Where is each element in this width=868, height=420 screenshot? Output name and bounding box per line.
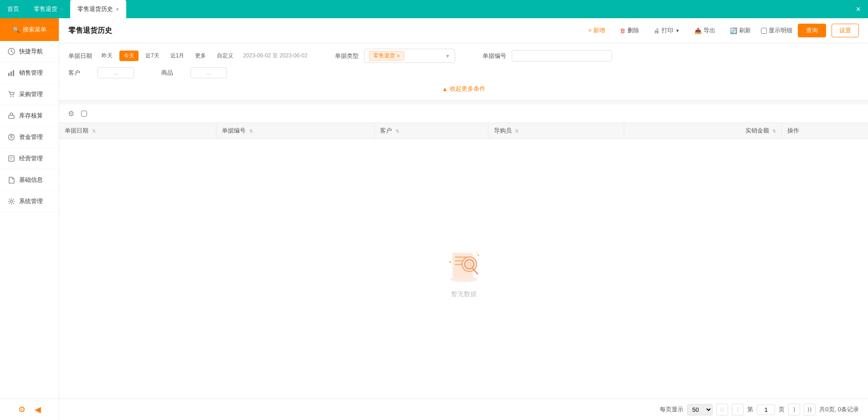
query-button[interactable]: 查询 xyxy=(798,24,826,37)
collapse-btn[interactable]: ▲ 收起更多条件 xyxy=(437,83,491,95)
table-toolbar: ⚙ xyxy=(59,104,868,123)
inventory-icon xyxy=(7,112,15,120)
refresh-button[interactable]: 🔄 刷新 xyxy=(725,24,755,37)
header-actions: + 新增 🗑 删除 🖨 打印 ▼ 📤 导出 🔄 刷新 xyxy=(584,24,859,37)
print-dropdown-icon: ▼ xyxy=(675,28,680,33)
print-icon: 🖨 xyxy=(654,27,660,34)
bill-date-label: 单据日期 xyxy=(68,52,94,60)
bill-type-dropdown-icon: ▼ xyxy=(445,53,450,59)
date-options: 昨天 今天 近7天 近1月 更多 自定义 xyxy=(98,51,237,61)
sidebar-item-basic-info[interactable]: 基础信息 xyxy=(0,169,59,191)
tab-retail-return[interactable]: 零售退货 × xyxy=(26,0,70,18)
col-bill-no: 单据编号 ⇅ xyxy=(216,123,375,139)
sidebar-item-purchase-mgmt[interactable]: 采购管理 xyxy=(0,84,59,105)
sidebar: 🔍 搜索菜单 快捷导航 销售管理 采购管理 库存核算 xyxy=(0,18,59,420)
sort-actual-amount-icon[interactable]: ⇅ xyxy=(772,128,776,133)
tab-retail-return-history[interactable]: 零售退货历史 × xyxy=(70,0,126,18)
sort-guide-icon[interactable]: ⇅ xyxy=(515,128,519,133)
svg-point-21 xyxy=(476,252,477,254)
tab-retail-return-close[interactable]: × xyxy=(60,6,63,12)
finance-mgmt-icon xyxy=(7,133,15,141)
page-title: 零售退货历史 xyxy=(68,26,112,36)
sidebar-item-inventory-label: 库存核算 xyxy=(19,112,43,120)
main-layout: 🔍 搜索菜单 快捷导航 销售管理 采购管理 库存核算 xyxy=(0,18,868,420)
date-btn-7days[interactable]: 近7天 xyxy=(141,51,164,61)
sidebar-item-sys-mgmt[interactable]: 系统管理 xyxy=(0,191,59,212)
sort-customer-icon[interactable]: ⇅ xyxy=(395,128,399,133)
collapse-arrow-icon: ▲ xyxy=(442,86,448,92)
export-button[interactable]: 📤 导出 xyxy=(690,24,720,37)
filter-bill-no: 单据编号 xyxy=(483,50,612,61)
sales-mgmt-icon xyxy=(7,69,15,77)
table-settings-icon[interactable]: ⚙ xyxy=(65,107,77,120)
goods-select-btn[interactable]: … xyxy=(190,67,227,78)
sidebar-item-ops-mgmt-label: 经营管理 xyxy=(19,154,43,163)
col-bill-date: 单据日期 ⇅ xyxy=(59,123,216,139)
sidebar-collapse-icon[interactable]: ◀ xyxy=(35,405,41,415)
sys-mgmt-icon xyxy=(7,197,15,205)
sidebar-item-sales-mgmt[interactable]: 销售管理 xyxy=(0,62,59,84)
bill-no-input[interactable] xyxy=(512,50,612,61)
page-prev-btn[interactable]: ⟨ xyxy=(732,404,744,415)
setting-button[interactable]: 设置 xyxy=(832,24,859,37)
per-page-select[interactable]: 10 20 50 100 xyxy=(687,404,713,415)
show-detail-checkbox[interactable]: 显示明细 xyxy=(761,26,792,35)
new-button[interactable]: + 新增 xyxy=(584,24,610,37)
sidebar-item-finance-mgmt-label: 资金管理 xyxy=(19,133,43,141)
table-select-all[interactable] xyxy=(81,111,87,117)
svg-rect-1 xyxy=(8,73,10,76)
sidebar-bottom: ⚙ ◀ xyxy=(0,399,59,420)
date-btn-1month[interactable]: 近1月 xyxy=(166,51,189,61)
empty-state: 暂无数据 xyxy=(59,139,868,399)
sidebar-item-quick-nav[interactable]: 快捷导航 xyxy=(0,41,59,62)
filter-row-2: 客户 … 商品 … xyxy=(68,67,859,78)
svg-rect-2 xyxy=(10,72,12,76)
filter-bill-date: 单据日期 昨天 今天 近7天 近1月 更多 自定义 2023-06-02 至 2… xyxy=(68,51,308,61)
date-btn-yesterday[interactable]: 昨天 xyxy=(98,51,117,61)
svg-line-17 xyxy=(473,269,478,274)
sidebar-item-finance-mgmt[interactable]: 资金管理 xyxy=(0,127,59,148)
page-next-btn[interactable]: ⟩ xyxy=(788,404,800,415)
col-customer: 客户 ⇅ xyxy=(375,123,488,139)
page-first-btn[interactable]: ⟨⟨ xyxy=(716,404,728,415)
date-btn-more[interactable]: 更多 xyxy=(191,51,210,61)
sidebar-settings-icon[interactable]: ⚙ xyxy=(18,405,26,415)
col-actual-amount: 实销金额 ⇅ xyxy=(624,123,782,139)
sidebar-item-quick-nav-label: 快捷导航 xyxy=(19,47,43,56)
sidebar-search[interactable]: 🔍 搜索菜单 xyxy=(0,18,59,41)
table-container: ⚙ 单据日期 ⇅ 单据编号 ⇅ 客户 xyxy=(59,104,868,420)
bill-type-tag-close[interactable]: × xyxy=(397,53,400,59)
sort-bill-no-icon[interactable]: ⇅ xyxy=(249,128,253,133)
sort-bill-date-icon[interactable]: ⇅ xyxy=(92,128,96,133)
filter-area: 单据日期 昨天 今天 近7天 近1月 更多 自定义 2023-06-02 至 2… xyxy=(59,43,868,101)
sidebar-item-ops-mgmt[interactable]: 经营管理 xyxy=(0,148,59,169)
top-bar-right: × xyxy=(856,5,868,14)
page-suffix: 页 xyxy=(779,405,785,414)
tab-home[interactable]: 首页 xyxy=(0,0,26,18)
bill-no-label: 单据编号 xyxy=(483,52,508,60)
date-btn-custom[interactable]: 自定义 xyxy=(213,51,237,61)
svg-point-9 xyxy=(10,200,13,203)
bill-type-select[interactable]: 零售退货 × ▼ xyxy=(364,49,455,63)
collapse-label: 收起更多条件 xyxy=(450,85,485,93)
bill-type-label: 单据类型 xyxy=(335,52,360,60)
print-button[interactable]: 🖨 打印 ▼ xyxy=(649,24,684,37)
customer-select-btn[interactable]: … xyxy=(98,67,134,78)
date-btn-today[interactable]: 今天 xyxy=(119,51,139,61)
content-area: 零售退货历史 + 新增 🗑 删除 🖨 打印 ▼ 📤 导出 🔄 xyxy=(59,18,868,420)
tab-retail-return-history-close[interactable]: × xyxy=(116,6,118,12)
ops-mgmt-icon xyxy=(7,154,15,163)
filter-bill-type: 单据类型 零售退货 × ▼ xyxy=(335,49,455,63)
page-header: 零售退货历史 + 新增 🗑 删除 🖨 打印 ▼ 📤 导出 🔄 xyxy=(59,18,868,43)
col-operation: 操作 xyxy=(782,123,868,139)
page-last-btn[interactable]: ⟩⟩ xyxy=(804,404,816,415)
goods-label: 商品 xyxy=(161,69,187,77)
delete-icon: 🗑 xyxy=(620,27,626,34)
sidebar-item-inventory[interactable]: 库存核算 xyxy=(0,105,59,127)
window-close-icon[interactable]: × xyxy=(856,5,861,14)
data-table: 单据日期 ⇅ 单据编号 ⇅ 客户 ⇅ 导购员 ⇅ xyxy=(59,123,868,139)
customer-label: 客户 xyxy=(68,69,94,77)
collapse-row: ▲ 收起更多条件 xyxy=(68,83,859,95)
page-input[interactable] xyxy=(757,405,775,415)
delete-button[interactable]: 🗑 删除 xyxy=(615,24,644,37)
